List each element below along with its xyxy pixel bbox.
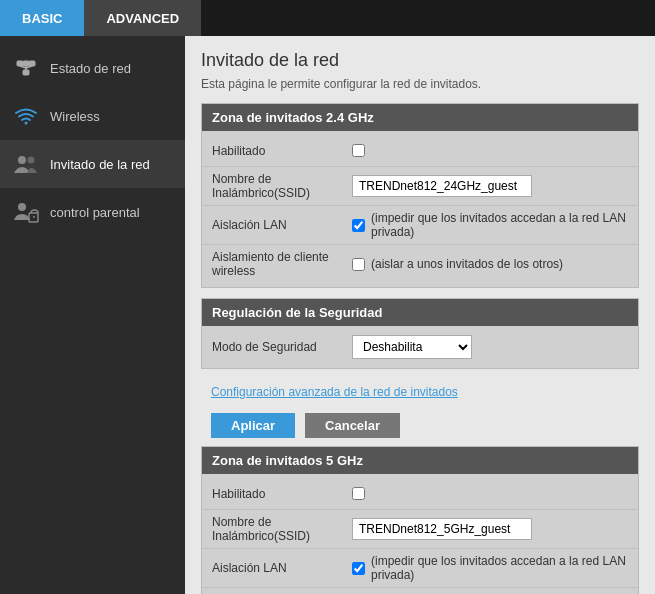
svg-rect-2 <box>29 61 35 66</box>
isolacion-24-control: (impedir que los invitados accedan a la … <box>352 211 628 239</box>
sidebar-label-wireless: Wireless <box>50 109 100 124</box>
sidebar-item-invitado-de-la-red[interactable]: Invitado de la red <box>0 140 185 188</box>
basic-nav-btn[interactable]: BASIC <box>0 0 84 36</box>
main-layout: Estado de red Wireless <box>0 36 655 594</box>
svg-point-9 <box>28 157 35 164</box>
network-icon <box>12 54 40 82</box>
modo-24-select[interactable]: Deshabilita WEP WPA WPA2 <box>352 335 472 359</box>
aislamiento-24-text: (aislar a unos invitados de los otros) <box>371 257 563 271</box>
top-navigation: BASIC ADVANCED <box>0 0 655 36</box>
config-advanced-link[interactable]: Configuración avanzada de la red de invi… <box>201 379 639 405</box>
isolacion-5-row: Aislación LAN (impedir que los invitados… <box>202 549 638 588</box>
isolacion-24-text: (impedir que los invitados accedan a la … <box>371 211 628 239</box>
advanced-nav-btn[interactable]: ADVANCED <box>84 0 201 36</box>
aislamiento-24-label: Aislamiento de cliente wireless <box>212 250 352 278</box>
parental-icon <box>12 198 40 226</box>
page-description: Esta página le permite configurar la red… <box>201 77 639 91</box>
svg-rect-3 <box>23 70 29 75</box>
wifi-icon <box>12 102 40 130</box>
nombre-5-control <box>352 518 628 540</box>
aislamiento-5-row: Aislamiento de cliente wireless (aislar … <box>202 588 638 594</box>
habilitado-24-row: Habilitado <box>202 135 638 167</box>
action-buttons: Aplicar Cancelar <box>201 405 639 446</box>
zone-24ghz-section: Zona de invitados 2.4 GHz Habilitado Nom… <box>201 103 639 288</box>
aislamiento-24-row: Aislamiento de cliente wireless (aislar … <box>202 245 638 283</box>
isolacion-24-label: Aislación LAN <box>212 218 352 232</box>
zone-24ghz-body: Habilitado Nombre de Inalámbrico(SSID) A… <box>202 131 638 287</box>
modo-24-row: Modo de Seguridad Deshabilita WEP WPA WP… <box>202 330 638 364</box>
habilitado-24-label: Habilitado <box>212 144 352 158</box>
guest-icon <box>12 150 40 178</box>
nombre-5-label: Nombre de Inalámbrico(SSID) <box>212 515 352 543</box>
sidebar-label-invitado: Invitado de la red <box>50 157 150 172</box>
habilitado-24-control <box>352 144 628 157</box>
isolacion-24-row: Aislación LAN (impedir que los invitados… <box>202 206 638 245</box>
sidebar-item-estado-de-red[interactable]: Estado de red <box>0 44 185 92</box>
nombre-5-row: Nombre de Inalámbrico(SSID) <box>202 510 638 549</box>
nombre-24-input[interactable] <box>352 175 532 197</box>
security-24ghz-section: Regulación de la Seguridad Modo de Segur… <box>201 298 639 369</box>
content-area: Invitado de la red Esta página le permit… <box>185 36 655 594</box>
aislamiento-24-checkbox[interactable] <box>352 258 365 271</box>
isolacion-24-checkbox[interactable] <box>352 219 365 232</box>
svg-point-8 <box>18 156 26 164</box>
cancel-button[interactable]: Cancelar <box>305 413 400 438</box>
zone-5ghz-header: Zona de invitados 5 GHz <box>202 447 638 474</box>
svg-point-12 <box>33 216 35 218</box>
aislamiento-24-control: (aislar a unos invitados de los otros) <box>352 257 628 271</box>
habilitado-5-row: Habilitado <box>202 478 638 510</box>
isolacion-5-label: Aislación LAN <box>212 561 352 575</box>
svg-rect-0 <box>17 61 23 66</box>
modo-24-control: Deshabilita WEP WPA WPA2 <box>352 335 628 359</box>
isolacion-5-text: (impedir que los invitados accedan a la … <box>371 554 628 582</box>
nombre-5-input[interactable] <box>352 518 532 540</box>
habilitado-5-label: Habilitado <box>212 487 352 501</box>
zone-24ghz-header: Zona de invitados 2.4 GHz <box>202 104 638 131</box>
nombre-24-control <box>352 175 628 197</box>
svg-point-10 <box>18 203 26 211</box>
nombre-24-label: Nombre de Inalámbrico(SSID) <box>212 172 352 200</box>
modo-24-label: Modo de Seguridad <box>212 340 352 354</box>
svg-rect-1 <box>23 61 29 66</box>
habilitado-5-control <box>352 487 628 500</box>
sidebar: Estado de red Wireless <box>0 36 185 594</box>
zone-5ghz-body: Habilitado Nombre de Inalámbrico(SSID) A… <box>202 474 638 594</box>
sidebar-item-wireless[interactable]: Wireless <box>0 92 185 140</box>
security-24ghz-body: Modo de Seguridad Deshabilita WEP WPA WP… <box>202 326 638 368</box>
isolacion-5-checkbox[interactable] <box>352 562 365 575</box>
nombre-24-row: Nombre de Inalámbrico(SSID) <box>202 167 638 206</box>
security-24ghz-header: Regulación de la Seguridad <box>202 299 638 326</box>
zone-5ghz-section: Zona de invitados 5 GHz Habilitado Nombr… <box>201 446 639 594</box>
isolacion-5-control: (impedir que los invitados accedan a la … <box>352 554 628 582</box>
apply-button[interactable]: Aplicar <box>211 413 295 438</box>
sidebar-item-control-parental[interactable]: control parental <box>0 188 185 236</box>
svg-point-7 <box>25 122 28 125</box>
page-title: Invitado de la red <box>201 50 639 71</box>
sidebar-label-control-parental: control parental <box>50 205 140 220</box>
habilitado-5-checkbox[interactable] <box>352 487 365 500</box>
sidebar-label-estado-de-red: Estado de red <box>50 61 131 76</box>
habilitado-24-checkbox[interactable] <box>352 144 365 157</box>
